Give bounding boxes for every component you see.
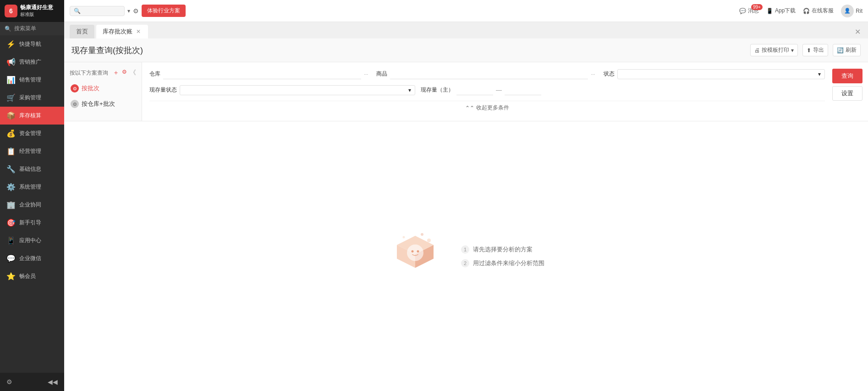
add-scheme-btn[interactable]: ＋ [113,69,119,77]
tabs-bar-right: ✕ [853,26,863,38]
sidebar-header: 6 畅康通好生意 标准版 [0,0,64,22]
stock-status-select[interactable]: ▾ [180,85,415,95]
sidebar-item-quick-nav[interactable]: ⚡ 快捷导航 [0,35,64,53]
sidebar-item-label: 新手引导 [19,219,41,227]
wechat-icon: 💬 [6,254,16,263]
sidebar-item-finance[interactable]: 💰 资金管理 [0,125,64,142]
tip-item-2: 2 用过滤条件来缩小分析范围 [461,259,544,267]
stock-qty-dash: — [496,87,502,93]
inventory-icon: 📦 [6,111,16,120]
tabs-bar: 首页 库存批次账 ✕ ✕ [64,22,868,38]
status-select[interactable]: ▾ [617,69,825,79]
collapse-scheme-panel-btn[interactable]: 《 [130,69,136,77]
sidebar-item-enterprise[interactable]: 🏢 企业协同 [0,196,64,214]
status-label: 状态 [604,70,615,78]
scheme-item-label: 按仓库+批次 [82,100,115,108]
stock-qty-from-input[interactable] [456,85,493,95]
product-more-btn[interactable]: ··· [588,71,598,78]
sidebar-item-label: 畅会员 [19,272,36,280]
sidebar-item-label: 库存核算 [19,112,41,119]
scheme-panel-header: 按以下方案查询 ＋ ⚙ 《 [64,67,142,81]
sidebar-item-app-center[interactable]: 📱 应用中心 [0,232,64,250]
filter-settings-btn[interactable]: 设置 [832,86,863,101]
sidebar-item-label: 应用中心 [19,237,41,244]
search-menu-btn[interactable]: 🔍 搜索菜单 [0,22,64,35]
filter-area: 仓库 ··· 商品 ··· 状态 [142,62,832,121]
user-profile-btn[interactable]: 👤 Rit [841,5,863,17]
sidebar-item-purchase[interactable]: 🛒 采购管理 [0,89,64,107]
sidebar-item-label: 企业协同 [19,201,41,209]
warehouse-more-btn[interactable]: ··· [361,71,371,78]
purchase-icon: 🛒 [6,93,16,102]
scheme-settings-icon[interactable]: ⚙ [122,69,127,77]
warehouse-input[interactable] [163,69,361,79]
stock-status-label: 现存量状态 [149,86,177,94]
sidebar-item-newbie[interactable]: 🎯 新手引导 [0,214,64,232]
sales-icon: 📊 [6,76,16,84]
sidebar-item-system[interactable]: ⚙️ 系统管理 [0,178,64,196]
tab-home[interactable]: 首页 [70,25,94,38]
sidebar-item-wechat[interactable]: 💬 企业微信 [0,250,64,267]
chevron-down-icon: ▾ [127,8,130,14]
stock-qty-label: 现存量（主） [421,86,454,94]
filter-row-1: 仓库 ··· 商品 ··· 状态 [149,69,825,79]
basic-icon: 🔧 [6,165,16,174]
page-content: 现存量查询(按批次) 🖨 按模板打印 ▾ ⬆ 导出 🔄 刷新 [64,38,868,391]
messages-btn[interactable]: 💬 消息 99+ [739,7,759,15]
collapse-conditions-label: 收起更多条件 [476,104,509,112]
sidebar-item-sales[interactable]: 📊 销售管理 [0,71,64,89]
topbar-search-box[interactable]: 🔍 [70,6,125,16]
empty-illustration [388,229,443,284]
finance-icon: 💰 [6,129,16,138]
empty-state: 1 请先选择要分析的方案 2 用过滤条件来缩小分析范围 [64,121,868,391]
tab-home-label: 首页 [76,27,88,36]
collapse-sidebar-icon[interactable]: ◀◀ [46,376,60,387]
filter-group-stock-status: 现存量状态 ▾ [149,85,415,95]
close-all-tabs-btn[interactable]: ✕ [853,26,863,38]
app-logo: 6 [5,5,17,17]
topbar-dropdown[interactable]: ▾ [127,8,130,14]
action-btns: 查询 设置 [832,62,868,121]
online-service-btn[interactable]: 🎧 在线客服 [803,7,834,15]
chevron-up-icon: ⌃⌃ [465,105,474,111]
scheme-icon-by-batch: ⊙ [71,84,79,92]
sidebar-nav: ⚡ 快捷导航 📢 营销推广 📊 销售管理 🛒 采购管理 📦 库存核算 💰 资金管… [0,35,64,373]
chevron-down-icon: ▾ [408,87,411,93]
newbie-icon: 🎯 [6,218,16,227]
settings-icon[interactable]: ⚙ [5,376,14,387]
export-icon: ⬆ [807,47,811,54]
topbar-gear-icon[interactable]: ⚙ [133,7,139,15]
enterprise-icon: 🏢 [6,201,16,209]
app-download-label: App下载 [775,7,796,15]
export-btn[interactable]: ⬆ 导出 [802,44,828,56]
experience-btn[interactable]: 体验行业方案 [142,5,186,17]
sidebar-item-basic[interactable]: 🔧 基础信息 [0,160,64,178]
tab-inventory-batch[interactable]: 库存批次账 ✕ [96,25,148,38]
message-icon: 💬 [739,8,746,14]
filter-group-status: 状态 ▾ [604,69,825,79]
page-header: 现存量查询(按批次) 🖨 按模板打印 ▾ ⬆ 导出 🔄 刷新 [64,38,868,62]
scheme-icon-by-warehouse-batch: ⊙ [71,100,79,108]
collapse-conditions-btn[interactable]: ⌃⌃ 收起更多条件 [149,101,825,114]
query-btn[interactable]: 查询 [832,69,863,83]
scheme-item-by-warehouse-batch[interactable]: ⊙ 按仓库+批次 [64,96,142,112]
stock-qty-to-input[interactable] [505,85,541,95]
search-icon: 🔍 [74,8,81,14]
close-tab-icon[interactable]: ✕ [135,28,142,35]
print-btn[interactable]: 🖨 按模板打印 ▾ [750,44,798,56]
app-download-btn[interactable]: 📱 App下载 [766,7,796,15]
members-icon: ⭐ [6,272,16,281]
sidebar-item-inventory[interactable]: 📦 库存核算 [0,107,64,125]
scheme-item-label: 按批次 [82,84,99,92]
sidebar-item-members[interactable]: ⭐ 畅会员 [0,267,64,285]
sidebar-item-marketing[interactable]: 📢 营销推广 [0,53,64,71]
svg-point-6 [427,239,431,242]
refresh-btn[interactable]: 🔄 刷新 [833,44,861,56]
sidebar-item-operation[interactable]: 📋 经营管理 [0,142,64,160]
tab-inventory-batch-label: 库存批次账 [103,27,132,36]
product-input[interactable] [390,69,588,79]
sidebar-item-label: 销售管理 [19,76,41,84]
print-icon: 🖨 [754,47,760,54]
scheme-item-by-batch[interactable]: ⊙ 按批次 [64,81,142,96]
system-icon: ⚙️ [6,183,16,191]
